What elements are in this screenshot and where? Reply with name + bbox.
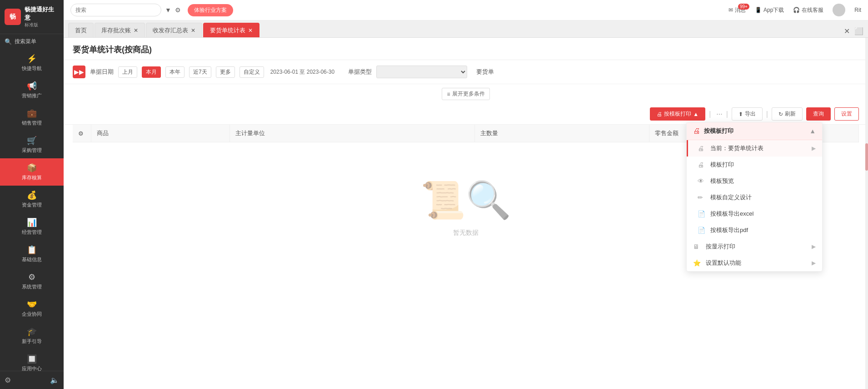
dropdown-close-btn[interactable]: ▲ [809,127,816,135]
filter-last-month[interactable]: 上月 [118,66,137,78]
col-quantity: 主数量 [475,125,649,142]
sidebar-item-marketing[interactable]: 📢 营销推广 [0,76,64,104]
tab-receipt-summary[interactable]: 收发存汇总表 ✕ [146,23,202,37]
tabs-bar: 首页 库存批次账 ✕ 收发存汇总表 ✕ 要货单统计表 ✕ ✕ ⬜ [64,20,868,38]
dropdown-item-template-preview[interactable]: 👁 模板预览 [687,173,822,189]
close-tab-receipt[interactable]: ✕ [191,28,195,33]
page-content: 要货单统计表(按商品) ▶▶ 单据日期 上月 本月 本年 近7天 更多 自定义 … [64,38,868,389]
filter-this-month[interactable]: 本月 [142,66,161,78]
apps-icon: 🔲 [27,354,37,364]
close-tab-order[interactable]: ✕ [248,28,253,33]
operations-icon: 📊 [27,217,37,227]
sidebar-item-sales[interactable]: 💼 销售管理 [0,104,64,131]
dropdown-item-display-print[interactable]: 🖥 按显示打印 ▶ [687,238,822,255]
print-btn[interactable]: 🖨 按模板打印 ▲ [650,107,705,121]
messages-badge: 99+ [738,4,749,10]
marketing-icon: 📢 [27,81,37,91]
date-filter-label: 单据日期 [90,68,114,76]
dropdown-current-template[interactable]: 🖨 当前：要货单统计表 ▶ [687,140,822,157]
main-area: ▼ ⚙ 体验行业方案 ✉ 消息 99+ 📱 App下载 🎧 在线客服 Rit 首… [64,0,868,389]
sidebar-item-apps[interactable]: 🔲 应用中心 [0,349,64,371]
username-label: Rit [854,7,861,13]
expand-more-icon: ≡ [447,91,450,97]
refresh-btn[interactable]: ↻ 刷新 [772,107,803,121]
type-filter-label: 单据类型 [348,68,372,76]
category-filter-label: 要货单 [476,68,494,76]
window-close-btn[interactable]: ✕ [844,27,850,35]
topbar: ▼ ⚙ 体验行业方案 ✉ 消息 99+ 📱 App下载 🎧 在线客服 Rit [64,0,868,20]
export-pdf-icon: 📄 [698,227,706,234]
sidebar-item-system[interactable]: ⚙ 系统管理 [0,268,64,295]
sidebar-item-newbie[interactable]: 🎓 新手引导 [0,322,64,349]
tab-batch-account[interactable]: 库存批次账 ✕ [95,23,145,37]
online-service-btn[interactable]: 🎧 在线客服 [793,6,823,14]
filter-custom[interactable]: 自定义 [239,66,264,78]
more-options-btn[interactable]: ··· [716,110,722,118]
refresh-icon: ↻ [778,111,783,117]
experience-btn[interactable]: 体验行业方案 [188,4,233,16]
nav-dropdown-btn[interactable]: ▼ [165,6,171,14]
sidebar-item-purchase[interactable]: 🛒 采购管理 [0,131,64,158]
sidebar-search[interactable]: 🔍 搜索菜单 [0,34,64,49]
scroll-thumb[interactable] [865,143,868,171]
filter-more[interactable]: 更多 [216,66,235,78]
display-print-icon: 🖥 [693,243,701,250]
sidebar-item-quick-nav[interactable]: ⚡ 快捷导航 [0,49,64,76]
query-btn[interactable]: 查询 [806,107,831,121]
export-btn[interactable]: ⬆ 导出 [732,107,763,121]
window-maximize-btn[interactable]: ⬜ [854,27,863,35]
filter-7days[interactable]: 近7天 [189,66,211,78]
col-settings[interactable]: ⚙ [73,125,91,142]
dropdown-item-template-design[interactable]: ✏ 模板自定义设计 [687,189,822,206]
sales-icon: 💼 [27,108,37,118]
template-preview-icon: 👁 [698,177,706,185]
sidebar-item-inventory[interactable]: 📦 库存核算 [0,158,64,186]
app-logo: 畅 畅捷通好生意 标准版 [0,0,64,34]
sidebar-item-basic[interactable]: 📋 基础信息 [0,240,64,268]
print-icon-small: 🖨 [657,111,662,117]
scroll-track[interactable] [865,38,868,389]
tab-order-summary[interactable]: 要货单统计表 ✕ [203,23,259,37]
topbar-right: ✉ 消息 99+ 📱 App下载 🎧 在线客服 Rit [728,4,861,16]
audio-icon[interactable]: 🔈 [50,376,59,384]
chevron-right-icon: ▶ [812,145,816,152]
search-icon: 🔍 [5,38,12,45]
dropdown-item-template-print[interactable]: 🖨 模板打印 [687,157,822,173]
search-input[interactable] [70,4,161,16]
col-unit: 主计量单位 [230,125,475,142]
settings-bottom-icon[interactable]: ⚙ [5,376,11,384]
toolbar: 🖨 按模板打印 ▲ 🖨 当前：要货单统计表 ▶ 🖨 模板打印 👁 模板预览 [64,104,868,125]
settings-icon[interactable]: ⚙ [175,6,181,14]
service-icon: 🎧 [793,7,800,13]
finance-icon: 💰 [27,190,37,200]
tab-home[interactable]: 首页 [68,23,94,37]
dropdown-item-export-pdf[interactable]: 📄 按模板导出pdf [687,222,822,238]
close-tab-batch[interactable]: ✕ [134,28,138,33]
messages-btn[interactable]: ✉ 消息 99+ [728,6,746,14]
dropdown-item-default-func[interactable]: ⭐ 设置默认功能 ▶ [687,255,822,271]
print-header-icon: 🖨 [693,127,700,135]
purchase-icon: 🛒 [27,136,37,146]
sidebar-item-operations[interactable]: 📊 经营管理 [0,213,64,240]
col-product: 商品 [91,125,230,142]
sidebar-item-finance[interactable]: 💰 资金管理 [0,186,64,213]
message-icon: ✉ [728,7,733,13]
avatar[interactable] [833,4,845,16]
dropdown-item-export-excel[interactable]: 📄 按模板导出excel [687,206,822,222]
logo-text: 畅捷通好生意 标准版 [25,5,59,28]
dropdown-title: 按模板打印 [704,127,809,135]
sidebar-item-collab[interactable]: 🤝 企业协同 [0,295,64,322]
date-range-display: 2023-06-01 至 2023-06-30 [270,68,334,76]
type-filter-select[interactable] [376,66,467,78]
app-download-btn[interactable]: 📱 App下载 [755,6,784,14]
template-print-icon: 🖨 [698,161,706,168]
filter-toggle-btn[interactable]: ▶▶ [73,66,85,78]
settings-btn[interactable]: 设置 [834,107,859,121]
filter-this-year[interactable]: 本年 [165,66,185,78]
export-excel-icon: 📄 [698,210,706,217]
expand-more-btn[interactable]: ≡ 展开更多条件 [442,88,489,100]
inventory-icon: 📦 [27,163,37,173]
export-icon: ⬆ [738,111,743,117]
template-design-icon: ✏ [698,194,706,201]
separator1: | [709,110,711,118]
